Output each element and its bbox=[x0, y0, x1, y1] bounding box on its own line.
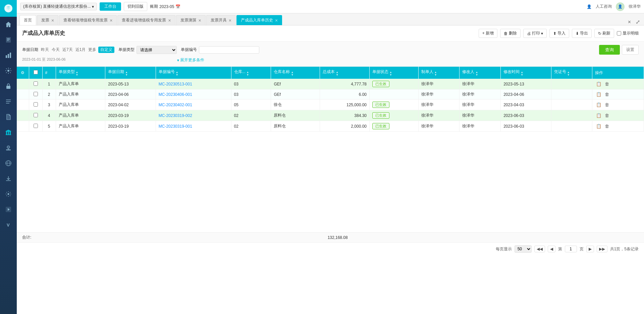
type-select[interactable]: 请选择 产品入库单 bbox=[137, 46, 177, 54]
date-today[interactable]: 今天 bbox=[51, 47, 60, 53]
sidebar-item-doc[interactable] bbox=[0, 109, 17, 125]
tab-close-all-button[interactable]: × bbox=[627, 19, 632, 25]
th-code[interactable]: 单据编号▲▼ bbox=[156, 67, 231, 79]
sidebar-item-inventory[interactable] bbox=[0, 125, 17, 140]
sidebar-item-stamp[interactable] bbox=[0, 140, 17, 155]
sidebar-item-invoice[interactable] bbox=[0, 32, 17, 48]
sidebar-item-v[interactable]: V bbox=[0, 217, 17, 233]
first-page-button[interactable]: ◀◀ bbox=[534, 246, 545, 252]
td-modify-time: 2023-04-03 bbox=[501, 100, 551, 110]
row-delete-button[interactable]: 🗑 bbox=[604, 91, 610, 97]
tab-sales-vat[interactable]: 查看销项增值税专用发票 × bbox=[59, 15, 117, 25]
row-checkbox[interactable] bbox=[34, 92, 38, 96]
tab-invoice-calc-close[interactable]: × bbox=[199, 18, 201, 23]
sidebar-item-lock[interactable] bbox=[0, 78, 17, 94]
print-button[interactable]: 🖨 打印 ▾ bbox=[523, 29, 547, 38]
sidebar-item-settings[interactable] bbox=[0, 63, 17, 78]
sidebar-item-chart[interactable] bbox=[0, 48, 17, 63]
switch-version-button[interactable]: 切到旧版 bbox=[124, 2, 147, 11]
tab-invoice-calc[interactable]: 发票测算 × bbox=[176, 15, 206, 25]
row-edit-button[interactable]: 📋 bbox=[595, 113, 602, 118]
sidebar-item-home[interactable] bbox=[0, 17, 17, 32]
row-checkbox[interactable] bbox=[34, 113, 38, 117]
tab-invoice-open[interactable]: 发票开具 × bbox=[206, 15, 236, 25]
sidebar-item-gear[interactable] bbox=[0, 186, 17, 202]
row-checkbox[interactable] bbox=[34, 102, 38, 107]
row-delete-button[interactable]: 🗑 bbox=[604, 123, 610, 129]
username[interactable]: 徐泽华 bbox=[629, 4, 641, 9]
select-all-checkbox[interactable] bbox=[34, 70, 38, 74]
tab-invoice[interactable]: 发票 × bbox=[37, 15, 58, 25]
row-checkbox[interactable] bbox=[34, 81, 38, 86]
th-modifier[interactable]: 修改人▲▼ bbox=[460, 67, 501, 79]
td-code[interactable]: MC-20230319-001 bbox=[156, 121, 231, 132]
company-selector[interactable]: (库存核算) 直播轻捷通信息技术股份... ▾ bbox=[20, 3, 97, 10]
th-type[interactable]: 单据类型▲▼ bbox=[56, 67, 105, 79]
td-checkbox[interactable] bbox=[29, 121, 42, 132]
query-button[interactable]: 查询 bbox=[599, 45, 620, 55]
tab-fullscreen-button[interactable]: ⤢ bbox=[634, 19, 641, 25]
tab-purchase-vat-close[interactable]: × bbox=[168, 18, 171, 23]
th-warehouse-name[interactable]: 仓库名称▲▼ bbox=[271, 67, 320, 79]
delete-button[interactable]: 🗑 删除 bbox=[500, 29, 521, 38]
td-checkbox[interactable] bbox=[29, 100, 42, 110]
tab-purchase-vat[interactable]: 查看进项增值税专用发票 × bbox=[117, 15, 175, 25]
tab-product-history-close[interactable]: × bbox=[275, 18, 278, 23]
code-input[interactable] bbox=[199, 46, 259, 54]
expand-conditions-button[interactable]: ▾ 展开更多条件 bbox=[177, 57, 204, 63]
td-warehouse-name: 原料仓 bbox=[271, 121, 320, 132]
td-code[interactable]: MC-20230513-001 bbox=[156, 79, 231, 89]
tab-invoice-close[interactable]: × bbox=[51, 18, 54, 23]
tab-product-history[interactable]: 产成品入库单历史 × bbox=[236, 15, 282, 25]
tab-home[interactable]: 首页 bbox=[19, 15, 36, 25]
th-modify-time[interactable]: 修改时间▲▼ bbox=[501, 67, 551, 79]
new-button[interactable]: + 新增 bbox=[479, 29, 497, 38]
th-checkbox[interactable] bbox=[29, 67, 42, 79]
next-page-button[interactable]: ▶ bbox=[586, 246, 594, 252]
sidebar-item-list[interactable] bbox=[0, 94, 17, 109]
sidebar-item-globe[interactable] bbox=[0, 155, 17, 171]
sidebar-item-play[interactable] bbox=[0, 202, 17, 217]
date-yesterday[interactable]: 昨天 bbox=[40, 47, 50, 53]
row-edit-button[interactable]: 📋 bbox=[595, 81, 602, 87]
tab-invoice-open-close[interactable]: × bbox=[229, 18, 231, 23]
th-creator[interactable]: 制单人▲▼ bbox=[418, 67, 460, 79]
setting-button[interactable]: 设置 bbox=[622, 45, 639, 55]
date-7days[interactable]: 近7天 bbox=[62, 47, 73, 53]
th-date[interactable]: 单据日期▲▼ bbox=[105, 67, 156, 79]
page-input[interactable] bbox=[565, 246, 577, 252]
th-warehouse-code[interactable]: 仓库...▲▼ bbox=[231, 67, 271, 79]
row-delete-button[interactable]: 🗑 bbox=[604, 102, 610, 108]
sidebar-item-download[interactable] bbox=[0, 171, 17, 186]
td-code[interactable]: MC-20230319-002 bbox=[156, 110, 231, 121]
date-more[interactable]: 更多 bbox=[88, 47, 97, 53]
row-edit-button[interactable]: 📋 bbox=[595, 102, 602, 108]
date-1month[interactable]: 近1月 bbox=[75, 47, 87, 53]
tab-sales-vat-close[interactable]: × bbox=[110, 18, 112, 23]
date-custom[interactable]: 自定义 bbox=[98, 47, 114, 53]
row-delete-button[interactable]: 🗑 bbox=[604, 113, 610, 118]
th-settings[interactable]: ⚙ bbox=[17, 67, 29, 79]
td-checkbox[interactable] bbox=[29, 79, 42, 89]
row-edit-button[interactable]: 📋 bbox=[595, 91, 602, 97]
show-detail-checkbox[interactable] bbox=[617, 31, 621, 36]
td-code[interactable]: MC-20230402-001 bbox=[156, 100, 231, 110]
show-detail-checkbox-label[interactable]: 显示明细 bbox=[617, 30, 639, 36]
per-page-select[interactable]: 50 20 100 bbox=[515, 245, 532, 253]
th-voucher[interactable]: 凭证号▲▼ bbox=[551, 67, 592, 79]
row-edit-button[interactable]: 📋 bbox=[595, 123, 602, 129]
td-code[interactable]: MC-20230406-001 bbox=[156, 89, 231, 100]
td-checkbox[interactable] bbox=[29, 110, 42, 121]
import-button[interactable]: ⬆ 导入 bbox=[549, 29, 569, 38]
th-status[interactable]: 单据状态▲▼ bbox=[370, 67, 419, 79]
td-checkbox[interactable] bbox=[29, 89, 42, 100]
export-button[interactable]: ⬇ 导出 bbox=[572, 29, 592, 38]
th-total-cost[interactable]: 总成本▲▼ bbox=[320, 67, 370, 79]
row-checkbox[interactable] bbox=[34, 124, 38, 128]
refresh-button[interactable]: ↻ 刷新 bbox=[594, 29, 614, 38]
prev-page-button[interactable]: ◀ bbox=[548, 246, 555, 252]
row-delete-button[interactable]: 🗑 bbox=[604, 81, 610, 87]
workbench-button[interactable]: 工作台 bbox=[100, 2, 121, 11]
help-label[interactable]: 人工咨询 bbox=[596, 4, 612, 9]
last-page-button[interactable]: ▶▶ bbox=[597, 246, 607, 252]
